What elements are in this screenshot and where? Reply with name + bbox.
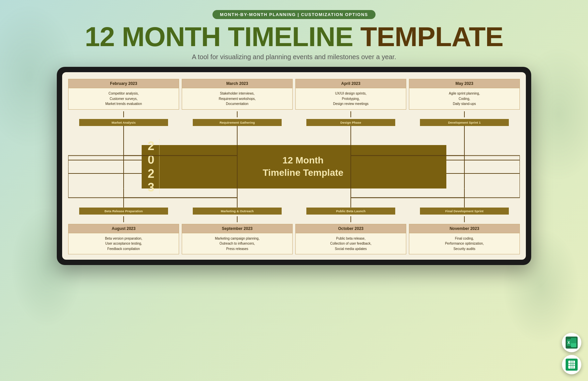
bot-phase-badge-3: Final Development Sprint	[420, 208, 509, 215]
bot-stem-2	[350, 216, 351, 222]
bot-stem-3	[464, 216, 465, 222]
bottom-months-row: Beta Release Preparation August 2023 Bet…	[68, 201, 520, 255]
stem-down-0	[123, 111, 124, 117]
bottom-connector-space	[68, 188, 520, 201]
stem-down-3	[464, 111, 465, 117]
bot-month-tasks-1: Marketing campaign planning,Outreach to …	[182, 233, 292, 254]
bot-month-box-2: October 2023 Public beta release,Collect…	[295, 224, 406, 255]
stem-down2-0	[123, 128, 124, 132]
bot-month-box-1: September 2023 Marketing campaign planni…	[182, 224, 293, 255]
month-header-0: February 2023	[68, 79, 179, 88]
bot-phase-badge-0: Beta Release Preparation	[79, 208, 168, 215]
right-connectors	[446, 145, 520, 188]
top-month-col-2: April 2023 UX/UI design sprints,Prototyp…	[295, 79, 406, 132]
month-box-2: April 2023 UX/UI design sprints,Prototyp…	[295, 79, 406, 110]
stem-down2-2	[350, 128, 351, 132]
bot-stem-up-1	[237, 201, 238, 206]
title-regular: TEMPLATE	[353, 21, 503, 52]
left-connectors	[68, 145, 142, 188]
bot-month-header-1: September 2023	[182, 224, 292, 233]
center-dark-bar: 2 0 2 3 12 MonthTimeline Template	[142, 145, 446, 188]
stem-down2-3	[464, 128, 465, 132]
phase-badge-1: Requirement Gathering	[193, 119, 282, 126]
stem-down-1	[237, 111, 238, 117]
main-title: 12 MONTH TIMELINE TEMPLATE	[0, 23, 588, 50]
top-connector-space	[68, 132, 520, 145]
bot-month-header-0: August 2023	[68, 224, 179, 233]
bot-month-col-3: Final Development Sprint November 2023 F…	[409, 201, 520, 255]
badge-label: MONTH-BY-MONTH PLANNING | CUSTOMIZATION …	[212, 10, 375, 19]
bot-month-col-0: Beta Release Preparation August 2023 Bet…	[68, 201, 179, 255]
svg-text:X: X	[568, 341, 570, 345]
subtitle: A tool for visualizing and planning even…	[0, 53, 588, 61]
top-month-col-3: May 2023 Agile sprint planning,Coding,Da…	[409, 79, 520, 132]
svg-rect-38	[568, 361, 575, 369]
month-header-3: May 2023	[409, 79, 520, 88]
stem-down-2	[350, 111, 351, 117]
bot-month-col-2: Public Beta Launch October 2023 Public b…	[295, 201, 406, 255]
bot-stem-1	[237, 216, 238, 222]
sheets-icon[interactable]	[562, 355, 581, 374]
month-tasks-2: UX/UI design sprints,Prototyping,Design …	[296, 88, 406, 109]
top-month-col-0: February 2023 Competitor analysis,Custom…	[68, 79, 179, 132]
bot-stem-0	[123, 216, 124, 222]
month-box-3: May 2023 Agile sprint planning,Coding,Da…	[409, 79, 520, 110]
bot-month-tasks-2: Public beta release,Collection of user f…	[296, 233, 406, 254]
app-icons: X	[562, 333, 581, 374]
bot-month-tasks-3: Final coding,Performance optimization,Se…	[409, 233, 520, 254]
device-screen: February 2023 Competitor analysis,Custom…	[62, 72, 526, 260]
month-header-1: March 2023	[182, 79, 292, 88]
month-tasks-3: Agile sprint planning,Coding,Daily stand…	[409, 88, 520, 109]
timeline-wrapper: February 2023 Competitor analysis,Custom…	[68, 79, 520, 254]
bot-month-col-1: Marketing & Outreach September 2023 Mark…	[182, 201, 293, 255]
month-tasks-1: Stakeholder interviews,Requirement works…	[182, 88, 292, 109]
device-frame: February 2023 Competitor analysis,Custom…	[57, 67, 531, 265]
stem-down2-1	[237, 128, 238, 132]
bot-stem-up-2	[350, 201, 351, 206]
top-month-col-1: March 2023 Stakeholder interviews,Requir…	[182, 79, 293, 132]
bot-month-box-3: November 2023 Final coding,Performance o…	[409, 224, 520, 255]
phase-badge-0: Market Analysis	[79, 119, 168, 126]
excel-icon[interactable]: X	[562, 333, 581, 352]
year-label: 2 0 2 3	[142, 139, 160, 195]
title-highlight: 12 MONTH TIMELINE	[85, 21, 353, 52]
bot-stem-up-3	[464, 201, 465, 206]
bot-month-header-2: October 2023	[296, 224, 406, 233]
bot-month-box-0: August 2023 Beta version preparation,Use…	[68, 224, 179, 255]
center-title: 12 MonthTimeline Template	[160, 154, 446, 179]
bot-month-tasks-0: Beta version preparation,User acceptance…	[68, 233, 179, 254]
svg-rect-35	[571, 338, 576, 343]
page-header: MONTH-BY-MONTH PLANNING | CUSTOMIZATION …	[0, 0, 588, 61]
top-months-row: February 2023 Competitor analysis,Custom…	[68, 79, 520, 132]
center-bar-row: 2 0 2 3 12 MonthTimeline Template	[68, 145, 520, 188]
bot-phase-badge-1: Marketing & Outreach	[193, 208, 282, 215]
month-tasks-0: Competitor analysis,Customer surveys,Mar…	[68, 88, 179, 109]
month-box-0: February 2023 Competitor analysis,Custom…	[68, 79, 179, 110]
phase-badge-2: Design Phase	[306, 119, 395, 126]
bot-phase-badge-2: Public Beta Launch	[306, 208, 395, 215]
month-box-1: March 2023 Stakeholder interviews,Requir…	[182, 79, 293, 110]
month-header-2: April 2023	[296, 79, 406, 88]
bot-stem-up-0	[123, 201, 124, 206]
phase-badge-3: Development Sprint 1	[420, 119, 509, 126]
bot-month-header-3: November 2023	[409, 224, 520, 233]
